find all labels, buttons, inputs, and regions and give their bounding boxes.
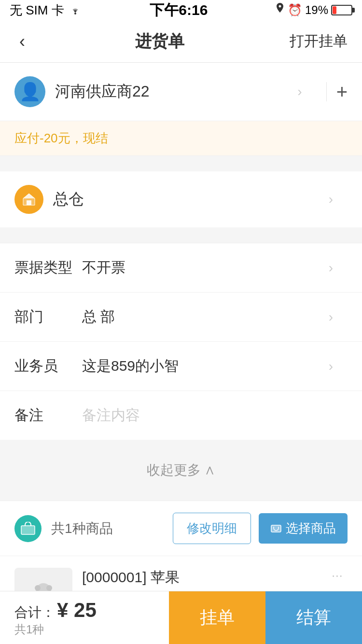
supplier-card: 👤 河南供应商22 › + 应付-20元，现结 [0,63,362,156]
svg-rect-3 [271,525,281,532]
product-more-button[interactable]: ··· [327,568,348,583]
department-label: 部门 [14,307,77,327]
location-icon [275,3,285,17]
supplier-row[interactable]: 👤 河南供应商22 › + [0,63,362,121]
gap-3 [0,493,362,501]
product-title: 苹果 [151,569,180,585]
warehouse-name: 总仓 [53,189,329,210]
svg-rect-1 [27,200,31,205]
select-product-label: 选择商品 [286,520,336,537]
wifi-icon [68,3,83,18]
nav-bar: ‹ 进货单 打开挂单 [0,20,362,63]
gap-1 [0,164,362,171]
department-chevron: › [329,309,333,325]
gap-2 [0,235,362,243]
select-product-icon [270,523,282,534]
products-icon [14,515,42,542]
invoice-type-row[interactable]: 票据类型 不开票 › [0,243,362,292]
supplier-avatar: 👤 [14,76,45,107]
salesperson-chevron: › [329,359,333,374]
hold-button[interactable]: 挂单 [169,591,265,644]
battery-percentage: 19% [305,3,328,17]
battery-icon [331,5,352,15]
invoice-type-value: 不开票 [77,258,329,278]
products-count-label: 共1种商品 [51,519,173,538]
select-product-button[interactable]: 选择商品 [259,513,348,544]
product-code: [0000001] [82,569,151,585]
edit-details-button[interactable]: 修改明细 [173,513,251,544]
carrier-text: 无 SIM 卡 [10,2,64,19]
department-value: 总 部 [77,307,329,327]
svg-point-6 [46,585,52,591]
status-time: 下午6:16 [150,0,208,20]
back-button[interactable]: ‹ [14,27,30,56]
products-header: 共1种商品 修改明细 选择商品 [0,501,362,556]
alarm-icon: ⏰ [288,3,302,17]
status-bar: 无 SIM 卡 下午6:16 ⏰ 19% [0,0,362,20]
avatar-icon: 👤 [19,82,41,102]
invoice-type-label: 票据类型 [14,258,77,278]
footer-total: 合计： ¥ 25 共1种 [0,591,169,644]
supplier-chevron-icon: › [297,84,302,99]
svg-point-5 [35,585,41,591]
total-label: 合计： [14,603,55,622]
warehouse-chevron-icon: › [329,192,333,207]
checkout-button[interactable]: 结算 [265,591,362,644]
supplier-notice: 应付-20元，现结 [0,121,362,156]
department-row[interactable]: 部门 总 部 › [0,292,362,341]
svg-point-0 [74,13,76,14]
open-hold-button[interactable]: 打开挂单 [290,31,348,51]
svg-rect-2 [21,526,35,534]
form-card: 票据类型 不开票 › 部门 总 部 › 业务员 这是859的小智 › 备注 备注… [0,243,362,440]
divider [326,82,327,101]
salesperson-row[interactable]: 业务员 这是859的小智 › [0,341,362,391]
invoice-type-chevron: › [329,260,333,276]
product-name: [0000001] 苹果 [82,568,327,588]
salesperson-value: 这是859的小智 [77,356,329,376]
supplier-name: 河南供应商22 [55,81,297,102]
total-count: 共1种 [14,622,154,637]
status-bar-left: 无 SIM 卡 [10,2,83,19]
warehouse-card[interactable]: 总仓 › [0,171,362,227]
add-supplier-button[interactable]: + [336,81,348,103]
total-amount: ¥ 25 [57,599,97,622]
footer: 合计： ¥ 25 共1种 挂单 结算 [0,591,362,644]
status-bar-right: ⏰ 19% [275,3,352,17]
main-content: 👤 河南供应商22 › + 应付-20元，现结 总仓 › 票据 [0,63,362,637]
warehouse-icon [14,185,43,214]
warehouse-row[interactable]: 总仓 › [0,171,362,227]
remark-input[interactable]: 备注内容 [77,406,348,425]
page-title: 进货单 [135,30,184,53]
remark-label: 备注 [14,406,77,425]
remark-row[interactable]: 备注 备注内容 [0,391,362,440]
salesperson-label: 业务员 [14,356,77,376]
collapse-button[interactable]: 收起更多 ∧ [0,448,362,493]
